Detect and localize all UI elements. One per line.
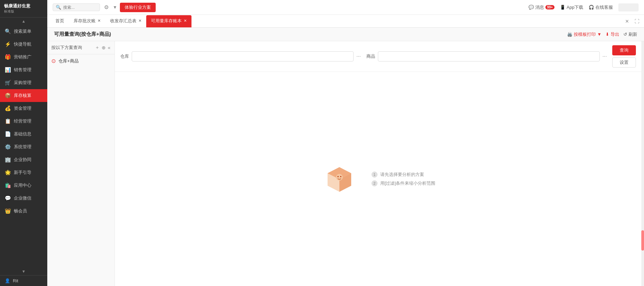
sidebar-item-sales[interactable]: 📊 销售管理 xyxy=(0,63,47,76)
brand-name: 畅康通好生意 xyxy=(4,3,43,9)
sidebar-item-finance[interactable]: 💰 资金管理 xyxy=(0,102,47,115)
warehouse-dots-btn[interactable]: ··· xyxy=(356,53,361,59)
query-action-buttons: 查询 设置 xyxy=(612,45,636,68)
sidebar-item-label: 库存核算 xyxy=(14,93,31,99)
right-scrollbar[interactable] xyxy=(641,41,644,286)
scroll-down-btn[interactable]: ▼ xyxy=(0,268,47,275)
dropdown-arrow-icon[interactable]: ▼ xyxy=(113,5,117,10)
finance-icon: 💰 xyxy=(5,105,11,111)
step1-circle: 1 xyxy=(371,172,378,178)
collapse-filter-icon[interactable]: « xyxy=(108,45,110,50)
sidebar-item-label: 采购管理 xyxy=(14,80,31,86)
filter-item-warehouse-product[interactable]: ⊙ 仓库+商品 xyxy=(47,54,114,68)
tab-inventory-batch[interactable]: 库存批次账 ✕ xyxy=(69,15,105,27)
filter-item-icon: ⊙ xyxy=(51,58,56,64)
tab-label: 收发存汇总表 xyxy=(110,18,136,24)
product-field: 商品 ··· xyxy=(366,51,607,61)
sidebar-item-operation[interactable]: 📋 经营管理 xyxy=(0,115,47,128)
product-input[interactable] xyxy=(378,51,600,61)
tab-close-icon[interactable]: ✕ xyxy=(138,19,141,23)
sidebar-item-member[interactable]: 👑 畅会员 xyxy=(0,205,47,217)
user-avatar: 👤 xyxy=(5,278,10,283)
export-icon: ⬇ xyxy=(606,32,609,37)
sidebar-item-enterprise[interactable]: 🏢 企业协同 xyxy=(0,153,47,166)
warehouse-input[interactable] xyxy=(132,51,354,61)
settings-icon[interactable]: ⚙ xyxy=(103,3,110,12)
enterprise-icon: 🏢 xyxy=(5,157,11,163)
inventory-icon: 📦 xyxy=(5,93,11,99)
sidebar-item-search[interactable]: 🔍 搜索菜单 xyxy=(0,25,47,38)
sidebar-item-label: 系统管理 xyxy=(14,144,31,150)
empty-svg xyxy=(321,160,358,198)
sidebar-item-label: 企业协同 xyxy=(14,157,31,163)
search-input[interactable] xyxy=(63,5,97,10)
main-area: 🔍 ⚙ ▼ 体验行业方案 💬 消息 99+ 📱 App下载 🎧 在线客服 xyxy=(47,0,644,286)
scroll-up-btn[interactable]: ▲ xyxy=(0,18,47,25)
step2-text: 用[过滤]条件来缩小分析范围 xyxy=(380,180,435,186)
print-dropdown-icon[interactable]: ▼ xyxy=(597,32,601,37)
empty-state: 1 请先选择要分析的方案 2 用[过滤]条件来缩小分析范围 xyxy=(115,72,641,286)
add-filter-icon[interactable]: ＋ xyxy=(95,45,100,51)
query-button[interactable]: 查询 xyxy=(612,45,636,55)
notification-badge: 99+ xyxy=(545,5,555,9)
purchase-icon: 🛒 xyxy=(5,80,11,86)
tab-available-stock[interactable]: 可用量库存账本 ✕ xyxy=(146,15,191,27)
filter-header-label: 按以下方案查询 xyxy=(51,45,82,51)
print-icon: 🖨️ xyxy=(567,32,572,37)
settings-filter-icon[interactable]: ⊕ xyxy=(102,45,106,50)
tab-home[interactable]: 首页 xyxy=(51,15,69,27)
empty-hint-2: 2 用[过滤]条件来缩小分析范围 xyxy=(371,180,435,186)
sidebar-item-appstore[interactable]: 🛍️ 应用中心 xyxy=(0,179,47,192)
warehouse-field: 仓库 ··· xyxy=(120,51,361,61)
sidebar: 畅康通好生意 标准版 ▲ 🔍 搜索菜单 ⚡ 快捷导航 🎁 营销推广 📊 销售管理… xyxy=(0,0,47,286)
sidebar-item-guide[interactable]: 🌟 新手引导 xyxy=(0,166,47,179)
refresh-btn[interactable]: ↺ 刷新 xyxy=(623,31,637,37)
sidebar-item-marketing[interactable]: 🎁 营销推广 xyxy=(0,51,47,63)
step1-text: 请先选择要分析的方案 xyxy=(380,172,424,178)
sidebar-item-system[interactable]: ⚙️ 系统管理 xyxy=(0,140,47,153)
search-icon: 🔍 xyxy=(5,28,11,34)
settings-button[interactable]: 设置 xyxy=(612,57,636,68)
basic-icon: 📄 xyxy=(5,131,11,137)
svg-point-4 xyxy=(337,176,339,177)
empty-hint-1: 1 请先选择要分析的方案 xyxy=(371,172,435,178)
expand-window-btn[interactable]: ⛶ xyxy=(633,18,641,25)
product-dots-btn[interactable]: ··· xyxy=(602,53,607,59)
tab-close-icon[interactable]: ✕ xyxy=(184,19,187,23)
search-box[interactable]: 🔍 xyxy=(53,3,100,11)
scroll-thumb[interactable] xyxy=(641,230,644,251)
tab-close-icon[interactable]: ✕ xyxy=(98,19,101,23)
phone-icon: 📱 xyxy=(560,5,565,10)
sidebar-item-label: 销售管理 xyxy=(14,67,31,73)
marketing-icon: 🎁 xyxy=(5,54,11,60)
trial-button[interactable]: 体验行业方案 xyxy=(120,3,156,12)
sidebar-item-purchase[interactable]: 🛒 采购管理 xyxy=(0,76,47,89)
online-service-btn[interactable]: 🎧 在线客服 xyxy=(589,4,613,10)
avatar[interactable] xyxy=(618,3,639,11)
tab-receive-summary[interactable]: 收发存汇总表 ✕ xyxy=(105,15,146,27)
sidebar-item-label: 基础信息 xyxy=(14,131,31,137)
sidebar-item-inventory[interactable]: 📦 库存核算 xyxy=(0,89,47,102)
tab-bar: 首页 库存批次账 ✕ 收发存汇总表 ✕ 可用量库存账本 ✕ ✕ ⛶ xyxy=(47,15,644,28)
page-header: 可用量查询(按仓库+商品) 🖨️ 按模板打印 ▼ ⬇ 导出 ↺ 刷新 xyxy=(47,28,644,41)
user-name: Rit xyxy=(13,278,18,283)
refresh-icon: ↺ xyxy=(623,32,627,37)
user-profile-area[interactable]: 👤 Rit xyxy=(0,275,47,286)
notification-icon: 💬 xyxy=(529,5,534,10)
app-download-label: App下载 xyxy=(567,4,583,10)
sidebar-item-shortcut[interactable]: ⚡ 快捷导航 xyxy=(0,38,47,51)
sidebar-item-label: 营销推广 xyxy=(14,54,31,60)
member-icon: 👑 xyxy=(5,208,11,214)
export-btn[interactable]: ⬇ 导出 xyxy=(606,31,619,37)
filter-item-label: 仓库+商品 xyxy=(58,58,79,64)
empty-illustration xyxy=(321,160,358,198)
sidebar-item-label: 畅会员 xyxy=(14,208,27,214)
sidebar-item-label: 资金管理 xyxy=(14,105,31,111)
sidebar-item-wechat[interactable]: 💬 企业微信 xyxy=(0,192,47,205)
sidebar-item-basic[interactable]: 📄 基础信息 xyxy=(0,128,47,140)
print-btn[interactable]: 🖨️ 按模板打印 ▼ xyxy=(567,31,601,37)
notification-label: 消息 xyxy=(535,4,544,10)
app-download-btn[interactable]: 📱 App下载 xyxy=(560,4,583,10)
close-window-btn[interactable]: ✕ xyxy=(624,18,630,25)
notification-btn[interactable]: 💬 消息 99+ xyxy=(529,4,555,10)
